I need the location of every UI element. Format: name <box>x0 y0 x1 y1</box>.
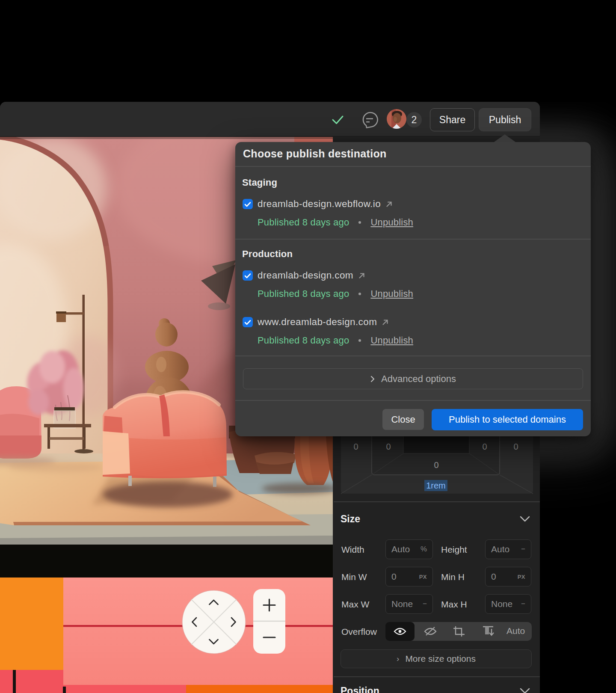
svg-text:0: 0 <box>513 442 518 451</box>
svg-text:0: 0 <box>434 460 438 470</box>
svg-text:0: 0 <box>386 442 391 451</box>
svg-text:0: 0 <box>353 442 358 451</box>
svg-text:1rem: 1rem <box>426 481 446 490</box>
svg-text:0: 0 <box>482 442 487 451</box>
